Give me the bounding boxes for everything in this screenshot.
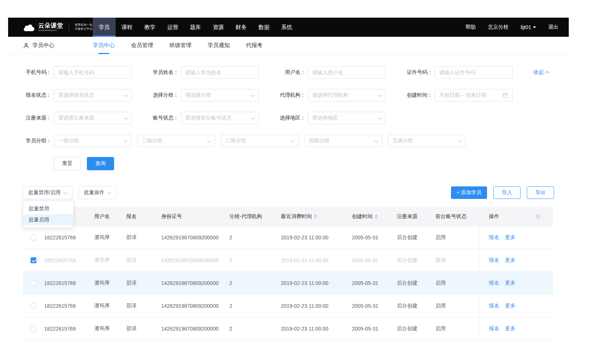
row-action-link[interactable]: 报名	[489, 303, 499, 309]
placeholder-text: 四级分组	[309, 138, 375, 144]
row-checkbox[interactable]	[31, 326, 36, 332]
header-cell-create-time[interactable]: 创建时间	[352, 207, 397, 226]
cell-enroll: 邵泽	[126, 272, 161, 294]
calendar-icon	[502, 92, 508, 98]
reset-button[interactable]: 重置	[54, 157, 81, 170]
subnav-tab[interactable]: 会员管理	[131, 37, 153, 54]
row-checkbox[interactable]	[31, 257, 36, 263]
nav-item[interactable]: 数据	[253, 18, 275, 37]
placeholder-text: 一级分组	[58, 138, 124, 144]
filter-label: 账号状态：	[150, 115, 179, 121]
header-cell-settings[interactable]	[522, 207, 553, 226]
sort-icon[interactable]	[314, 214, 317, 219]
nav-item[interactable]: 题库	[184, 18, 207, 37]
chevron-down-icon	[290, 138, 294, 142]
filter-label: 代理机构：	[277, 92, 306, 99]
chevron-down-icon	[63, 190, 67, 194]
cell-create-time: 2005-05-31	[352, 295, 397, 317]
gear-icon[interactable]	[535, 213, 541, 220]
group-level-5-select[interactable]: 五级分组	[388, 135, 466, 147]
header-cell-operation: 操作	[480, 207, 522, 226]
subnav-tab[interactable]: 学员中心	[93, 37, 115, 54]
placeholder-text: 请选择代理机构	[312, 92, 378, 99]
row-action-link[interactable]: 更多	[505, 257, 515, 264]
row-action-link[interactable]: 更多	[505, 234, 515, 241]
collapse-link[interactable]: 收起	[533, 69, 549, 76]
cell-create-time: 2005-05-31	[352, 317, 397, 340]
filter-label: 用户名：	[277, 69, 306, 76]
username-input[interactable]	[308, 66, 386, 79]
row-operations-cell: 报名更多	[480, 272, 522, 294]
cell-account-status: 启用	[435, 295, 480, 317]
row-action-link[interactable]: 更多	[505, 325, 515, 332]
dropdown-menu-item[interactable]: 批量启用	[23, 214, 73, 225]
nav-item[interactable]: 财务	[230, 18, 253, 37]
enroll-status-select[interactable]: 请选择报名状态	[54, 89, 132, 101]
nav-item[interactable]: 教学	[138, 18, 161, 37]
header-label: 创建时间	[352, 213, 373, 220]
cell-id-number: 14262919870809200000	[161, 226, 229, 249]
row-action-link[interactable]: 更多	[505, 280, 515, 286]
row-checkbox[interactable]	[31, 303, 36, 309]
id-number-input[interactable]	[435, 66, 513, 79]
row-action-link[interactable]: 报名	[489, 234, 499, 241]
row-select-cell	[23, 295, 44, 317]
nav-item[interactable]: 资源	[207, 18, 230, 37]
row-operations-cell: 报名更多	[480, 249, 522, 271]
branch-link[interactable]: 北京分校	[488, 24, 508, 31]
register-source-filter-field: 注册来源：请选择注册来源	[23, 112, 132, 124]
export-button[interactable]: 导出	[527, 186, 554, 199]
row-action-link[interactable]: 报名	[489, 280, 499, 286]
group-level-4-select[interactable]: 四级分组	[304, 135, 382, 147]
filter-row-groups: 学员分组： 一级分组二级分组三级分组四级分组五级分组	[23, 135, 554, 147]
subnav-tab[interactable]: 班级管理	[169, 37, 191, 54]
header-cell-account-status: 前台账号状态	[435, 207, 480, 226]
navbar-menu: 学员课程教学运营题库资源财务数据系统	[93, 18, 298, 37]
add-student-button[interactable]: + 添加学员	[451, 186, 487, 199]
app-window: 云朵课堂 yunduoketang.com 教育机构一站 式服务云平台 学员课程…	[8, 18, 569, 340]
student-name-input[interactable]	[181, 66, 259, 79]
row-select-cell	[23, 317, 44, 340]
agency-select[interactable]: 请选择代理机构	[308, 89, 386, 101]
import-button[interactable]: 导入	[493, 186, 521, 199]
help-link[interactable]: 帮助	[465, 24, 476, 31]
nav-item[interactable]: 系统	[275, 18, 298, 37]
chevron-down-icon	[124, 115, 128, 119]
register-source-select[interactable]: 请选择注册来源	[54, 112, 132, 124]
placeholder-text: 请选择前台账号状态	[185, 115, 251, 121]
group-level-3-select[interactable]: 三级分组	[221, 135, 299, 147]
row-checkbox[interactable]	[31, 280, 36, 286]
group-level-1-select[interactable]: 一级分组	[54, 135, 131, 147]
nav-item[interactable]: 课程	[116, 18, 138, 37]
row-settings-cell	[522, 226, 553, 249]
phone-input[interactable]	[54, 66, 132, 79]
sort-icon[interactable]	[375, 214, 378, 219]
top-navbar: 云朵课堂 yunduoketang.com 教育机构一站 式服务云平台 学员课程…	[8, 18, 569, 37]
header-label: 报名	[126, 213, 137, 220]
header-label: 前台账号状态	[435, 213, 466, 220]
logout-link[interactable]: 退出	[548, 24, 558, 31]
subnav-tab[interactable]: 学员通知	[208, 37, 230, 54]
subnav-tab[interactable]: 代报考	[246, 37, 262, 54]
cell-account-status: 启用	[435, 226, 480, 249]
dropdown-menu-item[interactable]: 批量禁用	[23, 203, 73, 214]
group-level-2-select[interactable]: 二级分组	[137, 135, 215, 147]
branch-select[interactable]: 请选择分校	[181, 89, 259, 101]
filter-label: 学员姓名：	[150, 69, 179, 76]
header-cell-branch-agency: 分校-代理机构	[229, 207, 281, 226]
nav-item[interactable]: 运营	[161, 18, 184, 37]
region-select[interactable]: 请选择地区	[308, 112, 386, 124]
user-menu[interactable]: lijt01	[521, 24, 536, 30]
row-action-link[interactable]: 报名	[489, 325, 499, 332]
row-operations-cell: 报名更多	[480, 317, 522, 340]
create-time-date-range[interactable]: 开始日期 – 结束日期	[435, 89, 513, 101]
row-action-link[interactable]: 报名	[489, 257, 499, 264]
search-button[interactable]: 查询	[87, 157, 114, 170]
batch-disable-enable-dropdown[interactable]: 批量禁用/启用	[23, 186, 73, 199]
row-checkbox[interactable]	[31, 235, 36, 240]
batch-operations-dropdown[interactable]: 批量操作	[78, 186, 116, 199]
account-status-select[interactable]: 请选择前台账号状态	[181, 112, 259, 124]
header-cell-last-consume-time[interactable]: 最近消费时间	[281, 207, 352, 226]
row-action-link[interactable]: 更多	[505, 303, 515, 309]
nav-item[interactable]: 学员	[93, 18, 116, 37]
